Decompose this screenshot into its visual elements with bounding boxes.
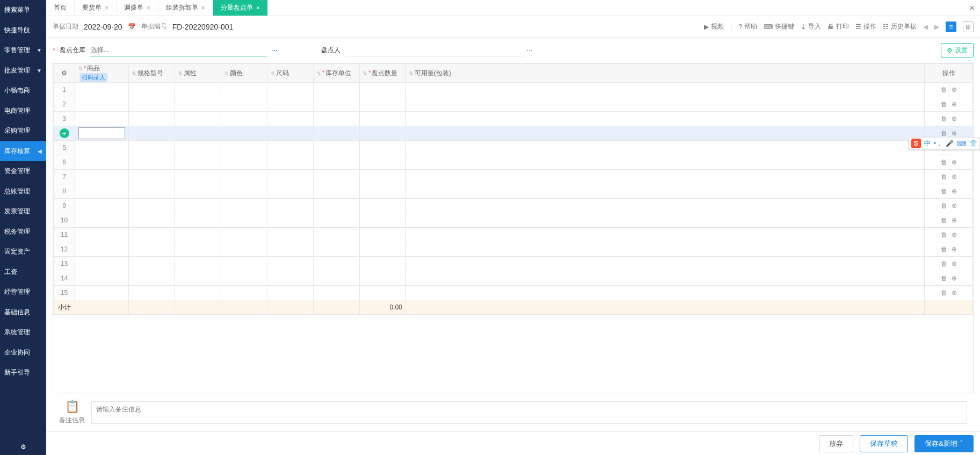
table-row[interactable]: 6🗑⊕	[54, 155, 973, 170]
cell[interactable]	[75, 286, 129, 300]
close-all-tabs[interactable]: ✕	[964, 0, 980, 16]
import-link[interactable]: ⤓ 导入	[801, 22, 821, 31]
sidebar-item-3[interactable]: 批发管理▼	[0, 61, 46, 81]
copy-row-icon[interactable]: ⊕	[952, 100, 957, 108]
sidebar-item-16[interactable]: 系统管理	[0, 322, 46, 343]
video-link[interactable]: ▶ 视频	[704, 22, 724, 31]
sidebar-item-11[interactable]: 税务管理	[0, 222, 46, 242]
delete-row-icon[interactable]: 🗑	[941, 158, 947, 166]
tab-0[interactable]: 首页	[46, 0, 75, 16]
next-icon[interactable]: ▶	[934, 23, 939, 31]
table-row[interactable]: +🗑⊕	[54, 126, 973, 141]
cell[interactable]	[360, 97, 406, 112]
doc-date-value[interactable]: 2022-09-20	[84, 23, 122, 31]
cell[interactable]	[406, 83, 925, 97]
cell[interactable]	[406, 257, 925, 271]
ime-toolbar[interactable]: S 中 •， 🎤 ⌨ 👕	[909, 137, 980, 150]
operate-link[interactable]: ☰ 操作	[855, 22, 876, 31]
close-icon[interactable]: ×	[147, 4, 150, 12]
cell[interactable]	[175, 228, 221, 242]
copy-row-icon[interactable]: ⊕	[952, 245, 957, 253]
cell[interactable]	[360, 83, 406, 97]
cell[interactable]	[314, 228, 360, 242]
calendar-icon[interactable]: 📅	[128, 23, 136, 31]
product-cell-input[interactable]	[78, 127, 125, 139]
cell[interactable]	[75, 155, 129, 170]
view-grid-icon[interactable]: ⊞	[963, 21, 974, 32]
table-row[interactable]: 9🗑⊕	[54, 199, 973, 213]
cell[interactable]	[129, 228, 175, 242]
cell[interactable]	[175, 242, 221, 257]
cell[interactable]	[267, 213, 314, 228]
sidebar-item-13[interactable]: 工资	[0, 262, 46, 283]
view-list-icon[interactable]: ≡	[946, 21, 956, 32]
col-color[interactable]: ⇅颜色	[221, 64, 267, 83]
cell[interactable]	[406, 170, 925, 184]
cell[interactable]	[221, 155, 267, 170]
cell[interactable]	[221, 126, 267, 141]
sidebar-item-8[interactable]: 资金管理	[0, 161, 46, 182]
cell[interactable]	[221, 257, 267, 271]
close-icon[interactable]: ×	[256, 4, 260, 12]
cell[interactable]	[75, 257, 129, 271]
copy-row-icon[interactable]: ⊕	[952, 129, 957, 137]
copy-row-icon[interactable]: ⊕	[952, 231, 957, 239]
ime-skin-icon[interactable]: 👕	[969, 140, 977, 147]
copy-row-icon[interactable]: ⊕	[952, 216, 957, 224]
history-link[interactable]: ☷ 历史单据	[883, 22, 917, 31]
delete-row-icon[interactable]: 🗑	[941, 289, 947, 297]
cell[interactable]	[129, 242, 175, 257]
cell[interactable]	[360, 213, 406, 228]
cell[interactable]	[314, 126, 360, 141]
cell[interactable]	[221, 242, 267, 257]
table-row[interactable]: 14🗑⊕	[54, 271, 973, 286]
cell[interactable]	[175, 271, 221, 286]
ime-mic-icon[interactable]: 🎤	[946, 140, 954, 147]
cell[interactable]	[406, 286, 925, 300]
table-row[interactable]: 7🗑⊕	[54, 170, 973, 184]
cell[interactable]	[75, 228, 129, 242]
cell[interactable]	[129, 141, 175, 155]
ime-lang[interactable]: 中	[924, 139, 931, 148]
sidebar-item-2[interactable]: 零售管理▼	[0, 40, 46, 61]
cell[interactable]	[314, 199, 360, 213]
cell[interactable]	[406, 126, 925, 141]
table-row[interactable]: 13🗑⊕	[54, 257, 973, 271]
table-row[interactable]: 3🗑⊕	[54, 112, 973, 126]
table-row[interactable]: 12🗑⊕	[54, 242, 973, 257]
cell[interactable]	[406, 184, 925, 199]
cell[interactable]	[221, 286, 267, 300]
cell[interactable]	[314, 184, 360, 199]
delete-row-icon[interactable]: 🗑	[941, 260, 947, 268]
cell[interactable]	[175, 184, 221, 199]
copy-row-icon[interactable]: ⊕	[952, 275, 957, 282]
col-attr[interactable]: ⇅属性	[175, 64, 221, 83]
col-spec[interactable]: ⇅规格型号	[129, 64, 175, 83]
col-avail[interactable]: ⇅可用量(包装)	[406, 64, 925, 83]
cell[interactable]	[129, 97, 175, 112]
cell[interactable]	[360, 126, 406, 141]
cell[interactable]	[129, 170, 175, 184]
sidebar-item-1[interactable]: 快捷导航	[0, 20, 46, 41]
cell[interactable]	[75, 170, 129, 184]
cell[interactable]	[129, 257, 175, 271]
tab-4[interactable]: 分量盘点单×	[213, 0, 268, 16]
col-product[interactable]: ⇅*商品扫码录入	[75, 64, 129, 83]
delete-row-icon[interactable]: 🗑	[941, 187, 947, 195]
person-input[interactable]	[345, 44, 522, 56]
cell[interactable]	[75, 112, 129, 126]
cell[interactable]	[314, 242, 360, 257]
close-icon[interactable]: ×	[105, 4, 108, 12]
person-picker-icon[interactable]: ⋯	[526, 47, 533, 54]
cell[interactable]	[129, 286, 175, 300]
cell[interactable]	[221, 271, 267, 286]
table-row[interactable]: 2🗑⊕	[54, 97, 973, 112]
cell[interactable]	[75, 242, 129, 257]
prev-icon[interactable]: ◀	[923, 23, 928, 31]
sidebar-settings-icon[interactable]: ⚙	[0, 439, 46, 455]
copy-row-icon[interactable]: ⊕	[952, 202, 957, 210]
cell[interactable]	[221, 141, 267, 155]
warehouse-picker-icon[interactable]: ⋯	[271, 47, 278, 54]
cell[interactable]	[314, 170, 360, 184]
cell[interactable]	[175, 112, 221, 126]
